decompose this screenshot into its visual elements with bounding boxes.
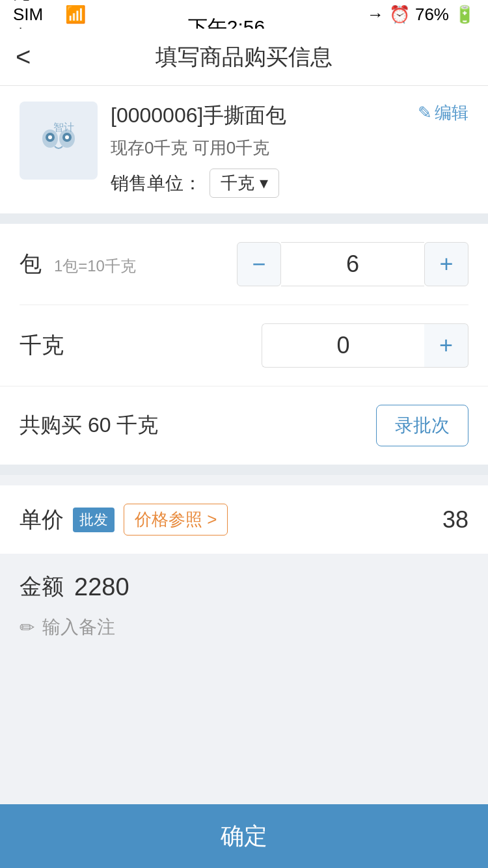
confirm-bar[interactable]: 确定 xyxy=(0,804,488,868)
wifi-icon: 📶 xyxy=(65,5,86,25)
kg-qty-control: + xyxy=(262,323,468,368)
price-label: 单价 xyxy=(20,505,64,535)
remark-row[interactable]: ✏ 输入备注 xyxy=(20,615,468,640)
price-section: 单价 批发 价格参照 > 38 xyxy=(0,485,488,554)
kg-qty-row: 千克 + xyxy=(20,305,468,386)
confirm-button-label: 确定 xyxy=(221,821,267,852)
product-info: [0000006]手撕面包 ✎ 编辑 现存0千克 可用0千克 销售单位： 千克 … xyxy=(111,102,468,198)
package-minus-button[interactable]: − xyxy=(237,242,281,286)
battery-icon: 🔋 xyxy=(454,5,475,25)
edit-button[interactable]: ✎ 编辑 xyxy=(418,102,468,124)
unit-value: 千克 xyxy=(221,172,254,195)
price-label-row: 单价 批发 价格参照 > xyxy=(20,504,228,536)
edit-icon: ✎ xyxy=(418,103,432,123)
status-right: → ⏰ 76% 🔋 xyxy=(367,5,475,25)
remark-placeholder: 输入备注 xyxy=(42,615,115,640)
product-unit-row: 销售单位： 千克 ▾ xyxy=(111,169,468,198)
product-thumb-icon: 智计 xyxy=(35,118,82,164)
package-hint: 1包=10千克 xyxy=(54,257,136,275)
batch-button[interactable]: 录批次 xyxy=(376,405,468,446)
package-label: 包 xyxy=(20,251,42,276)
price-ref-button[interactable]: 价格参照 > xyxy=(124,504,228,536)
kg-label-group: 千克 xyxy=(20,331,64,360)
price-value: 38 xyxy=(442,506,468,534)
price-badge: 批发 xyxy=(73,508,115,532)
page-title: 填写商品购买信息 xyxy=(156,42,332,72)
product-stock: 现存0千克 可用0千克 xyxy=(111,137,468,159)
unit-label: 销售单位： xyxy=(111,171,202,196)
product-thumbnail: 智计 xyxy=(20,102,98,180)
location-icon: → xyxy=(367,5,384,25)
kg-plus-button[interactable]: + xyxy=(424,323,468,368)
edit-label: 编辑 xyxy=(435,102,468,124)
package-plus-button[interactable]: + xyxy=(424,242,468,286)
package-label-group: 包 1包=10千克 xyxy=(20,249,136,279)
amount-label: 金额 xyxy=(20,572,64,602)
package-qty-control: − + xyxy=(237,242,468,286)
separator-2 xyxy=(0,465,488,475)
quantity-section: 包 1包=10千克 − + 千克 + xyxy=(0,224,488,386)
total-label: 共购买 60 千克 xyxy=(20,411,158,440)
kg-label: 千克 xyxy=(20,332,64,357)
product-name: [0000006]手撕面包 xyxy=(111,102,286,130)
kg-qty-input[interactable] xyxy=(262,323,424,368)
status-bar: 无 SIM 卡 ✦ 📶 下午2:56 → ⏰ 76% 🔋 xyxy=(0,0,488,29)
amount-section: 金额 2280 ✏ 输入备注 xyxy=(0,554,488,646)
package-qty-input[interactable] xyxy=(281,242,424,286)
package-qty-row: 包 1包=10千克 − + xyxy=(20,224,468,305)
back-button[interactable]: < xyxy=(16,42,31,72)
svg-text:智计: 智计 xyxy=(53,122,74,133)
total-section: 共购买 60 千克 录批次 xyxy=(0,386,488,465)
svg-point-4 xyxy=(48,135,52,139)
unit-select[interactable]: 千克 ▾ xyxy=(210,169,279,198)
product-name-row: [0000006]手撕面包 ✎ 编辑 xyxy=(111,102,468,130)
amount-row: 金额 2280 xyxy=(20,572,468,602)
chevron-down-icon: ▾ xyxy=(260,173,268,193)
battery-level: 76% xyxy=(415,5,449,25)
product-card: 智计 [0000006]手撕面包 ✎ 编辑 现存0千克 可用0千克 销售单位： … xyxy=(0,86,488,213)
nav-bar: < 填写商品购买信息 xyxy=(0,29,488,86)
separator-1 xyxy=(0,213,488,224)
svg-point-5 xyxy=(65,135,69,139)
pencil-icon: ✏ xyxy=(20,617,34,638)
alarm-icon: ⏰ xyxy=(389,5,410,25)
amount-value: 2280 xyxy=(74,573,129,601)
